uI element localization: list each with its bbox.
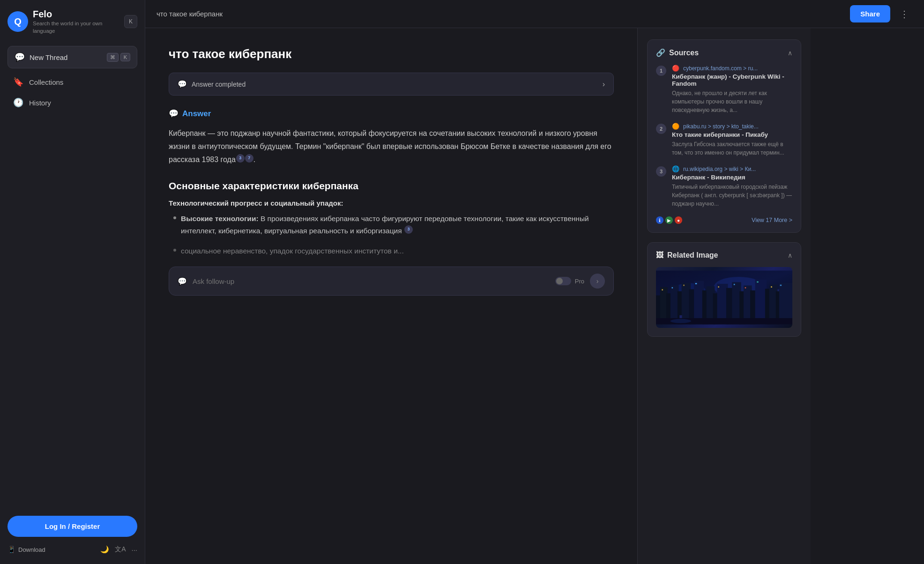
sources-chevron[interactable]: ∧ — [788, 49, 792, 57]
history-label: History — [29, 99, 51, 107]
article-area: что такое киберпанк 💬 Answer completed ›… — [145, 28, 637, 564]
citation-7[interactable]: 7 — [245, 154, 253, 163]
source-number-3: 3 — [656, 166, 666, 177]
pro-toggle: Pro — [555, 277, 584, 285]
section-heading: Основные характеристики киберпанка — [169, 180, 614, 192]
source-details-2: 🟠 pikabu.ru > story > kto_takie... Кто т… — [672, 123, 792, 157]
subsection-heading: Технологический прогресс и социальный уп… — [169, 199, 614, 207]
answer-icon: 💬 — [169, 109, 179, 119]
related-image-preview — [656, 267, 792, 328]
svg-rect-26 — [662, 289, 663, 290]
svg-rect-29 — [695, 283, 697, 284]
login-label: Log In / Register — [45, 522, 100, 530]
logo-subtitle: Search the world in your own language — [33, 20, 119, 35]
top-bar: что такое киберпанк Share ⋮ — [145, 0, 924, 28]
source-title-3[interactable]: Киберпанк - Википедия — [672, 174, 792, 181]
related-image-panel: 🖼 Related Image ∧ — [647, 242, 801, 337]
collapse-label: K — [129, 18, 133, 25]
sidebar-item-history[interactable]: 🕐 History — [7, 93, 137, 112]
expand-icon: › — [603, 80, 605, 89]
svg-rect-34 — [771, 286, 772, 288]
svg-rect-21 — [755, 280, 767, 324]
new-thread-icon: 💬 — [15, 52, 25, 62]
source-num-2: 2 — [660, 126, 663, 132]
source-snippet-1: Однако, не прошло и десяти лет как компь… — [672, 89, 792, 114]
more-options-icon[interactable]: ··· — [131, 546, 137, 554]
view-more-sources: ℹ ▶ ● View 17 More > — [656, 216, 792, 224]
sidebar-footer: 📱 Download 🌙 文A ··· — [7, 543, 137, 556]
collapse-button[interactable]: K — [124, 15, 137, 28]
sidebar-logo: Q Felo Search the world in your own lang… — [7, 8, 137, 35]
source-domain-text-3: ru.wikipedia.org > wiki > Ки... — [683, 166, 756, 172]
svg-point-39 — [671, 319, 691, 323]
svg-rect-30 — [718, 286, 719, 288]
logo-icon: Q — [7, 11, 28, 32]
answer-completed-label: Answer completed — [192, 81, 246, 88]
download-button[interactable]: 📱 Download — [7, 546, 96, 553]
follow-up-bar: 💬 Pro › — [169, 267, 614, 296]
more-menu-button[interactable]: ⋮ — [896, 7, 913, 22]
share-button[interactable]: Share — [850, 5, 890, 22]
source-domain-1: 🔴 cyberpunk.fandom.com > ru... — [672, 65, 792, 72]
answer-completed-bar[interactable]: 💬 Answer completed › — [169, 73, 614, 96]
download-icon: 📱 — [7, 546, 15, 553]
related-image-title: 🖼 Related Image — [656, 251, 718, 260]
view-more-favicons: ℹ ▶ ● — [656, 216, 682, 224]
list-item: Высокие технологии: В произведениях кибе… — [173, 213, 614, 237]
svg-rect-31 — [734, 284, 735, 285]
view-more-link[interactable]: View 17 More > — [752, 217, 792, 223]
source-snippet-2: Заслуга Гибсона заключается также ещё в … — [672, 140, 792, 157]
new-thread-label: New Thread — [30, 53, 102, 61]
body-paragraph: Киберпанк — это поджанр научной фантасти… — [169, 129, 611, 163]
pro-label: Pro — [575, 278, 584, 285]
sources-title: 🔗 Sources — [656, 48, 699, 57]
source-num-1: 1 — [660, 68, 663, 74]
source-details-1: 🔴 cyberpunk.fandom.com > ru... Киберпанк… — [672, 65, 792, 114]
collections-icon: 🔖 — [13, 77, 23, 87]
kbd-cmd: ⌘ — [107, 53, 119, 62]
answer-completed-left: 💬 Answer completed — [178, 80, 246, 89]
source-item-1: 1 🔴 cyberpunk.fandom.com > ru... Киберпа… — [656, 65, 792, 114]
main-content: что такое киберпанк Share ⋮ что такое ки… — [145, 0, 924, 564]
list-item-bold: Высокие технологии: — [181, 215, 259, 223]
svg-rect-28 — [683, 285, 685, 286]
logo-text-block: Felo Search the world in your own langua… — [33, 8, 119, 35]
follow-up-input[interactable] — [193, 277, 550, 285]
sidebar: Q Felo Search the world in your own lang… — [0, 0, 145, 564]
logo-title: Felo — [33, 8, 119, 20]
bullet-dot-2 — [173, 249, 176, 252]
svg-rect-33 — [757, 282, 759, 283]
answer-label: Answer — [182, 109, 211, 119]
download-label: Download — [18, 546, 45, 553]
source-title-2[interactable]: Кто такие киберпанки - Пикабу — [672, 131, 792, 138]
source-domain-2: 🟠 pikabu.ru > story > kto_takie... — [672, 123, 792, 130]
sources-label: Sources — [669, 49, 699, 57]
list-item-text-2: социальное неравенство, упадок государст… — [181, 245, 404, 257]
source-title-1[interactable]: Киберпанк (жанр) - Cyberpunk Wiki - Fand… — [672, 73, 792, 87]
source-item-2: 2 🟠 pikabu.ru > story > kto_takie... Кто… — [656, 123, 792, 157]
sources-panel: 🔗 Sources ∧ 1 🔴 cyberpunk.fandom.com > r… — [647, 39, 801, 233]
related-image-chevron[interactable]: ∧ — [788, 252, 792, 259]
source-num-3: 3 — [660, 169, 663, 174]
logo-letter: Q — [14, 16, 22, 27]
source-number-1: 1 — [656, 66, 666, 76]
login-register-button[interactable]: Log In / Register — [7, 516, 137, 537]
new-thread-button[interactable]: 💬 New Thread ⌘ K — [7, 46, 137, 68]
sources-header: 🔗 Sources ∧ — [656, 48, 792, 57]
history-icon: 🕐 — [13, 97, 23, 108]
follow-up-icon: 💬 — [178, 277, 187, 286]
dark-mode-icon[interactable]: 🌙 — [100, 545, 109, 554]
translate-icon[interactable]: 文A — [115, 545, 126, 554]
pro-toggle-track[interactable] — [555, 277, 571, 285]
link-icon: 🔗 — [656, 48, 665, 57]
list-item-text: Высокие технологии: В произведениях кибе… — [181, 213, 614, 237]
citation-3[interactable]: 3 — [236, 154, 245, 163]
sidebar-item-collections[interactable]: 🔖 Collections — [7, 72, 137, 92]
source-domain-text-2: pikabu.ru > story > kto_takie... — [683, 123, 759, 130]
send-button[interactable]: › — [590, 274, 605, 289]
svg-rect-32 — [745, 287, 746, 289]
source-snippet-3: Типичный киберпанковый городской пейзаж … — [672, 183, 792, 208]
image-icon: 🖼 — [656, 251, 663, 260]
source-domain-3: 🌐 ru.wikipedia.org > wiki > Ки... — [672, 165, 792, 172]
citation-3b[interactable]: 3 — [404, 225, 413, 234]
